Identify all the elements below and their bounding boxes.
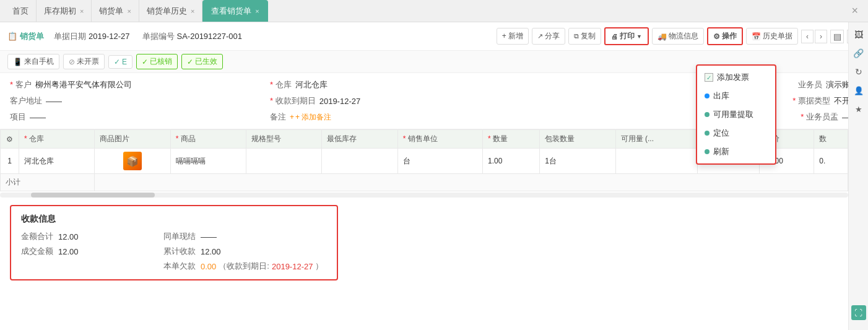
history-button[interactable]: 📅 历史单据	[746, 28, 798, 45]
total-amount-value: 12.00	[58, 232, 79, 241]
layout1-btn[interactable]: ▤	[830, 30, 844, 43]
panel-image-icon[interactable]: 🖼	[851, 27, 866, 42]
col-warehouse: * 仓库	[19, 130, 95, 149]
panel-rotate-icon[interactable]: ↻	[851, 64, 866, 79]
nav-next-btn[interactable]: ›	[815, 30, 827, 43]
tab-close-sales[interactable]: ×	[127, 7, 131, 15]
logistics-button[interactable]: 🚚 物流信息	[652, 28, 704, 45]
arrear-date: 2019-12-27	[272, 262, 313, 271]
operate-icon: ⚙	[713, 32, 720, 41]
row-min-stock	[322, 149, 397, 174]
note-label: 备注	[270, 111, 286, 123]
project-field: 项目 ——	[10, 111, 270, 123]
global-close-btn[interactable]: ×	[846, 4, 863, 17]
col-quantity: * 数量	[483, 130, 540, 149]
header-actions: + 新增 ↗ 分享 ⧉ 复制 🖨 打印 ▼ 🚚 物流信息 ⚙ 操作	[497, 27, 861, 45]
tab-sales-order[interactable]: 销货单 ×	[92, 0, 139, 22]
note-field: 备注 + + 添加备注	[270, 111, 431, 123]
dot-blue-icon	[705, 93, 710, 98]
share-icon: ↗	[537, 32, 543, 40]
dropdown-item-available-qty[interactable]: 可用量提取	[697, 105, 775, 124]
dropdown-item-add-invoice[interactable]: ✓ 添加发票	[697, 68, 775, 87]
tab-close-history[interactable]: ×	[191, 7, 194, 15]
doc-header: 📋 销货单 单据日期 2019-12-27 单据编号 SA-20191227-0…	[0, 22, 868, 51]
tab-home[interactable]: 首页	[5, 0, 37, 22]
row-available	[615, 149, 697, 174]
panel-user-icon[interactable]: 👤	[851, 83, 866, 98]
doc-date-label: 单据日期	[54, 31, 86, 42]
dot-teal-icon1	[705, 112, 710, 117]
info-row-2: 成交金额 12.00 累计收款 12.00	[21, 246, 327, 257]
add-note-btn[interactable]: + + 添加备注	[290, 112, 331, 123]
dropdown-item-refresh[interactable]: 刷新	[697, 142, 775, 161]
info-title: 收款信息	[21, 214, 327, 225]
share-button[interactable]: ↗ 分享	[532, 28, 565, 45]
cumulative-payment-label: 累计收款	[163, 246, 196, 257]
effective-btn[interactable]: ✓ 已生效	[181, 54, 223, 69]
dropdown-menu: ✓ 添加发票 出库 可用量提取 定位 刷新	[696, 64, 776, 165]
not-open-btn[interactable]: ⊘ 未开票	[63, 54, 105, 69]
copy-button[interactable]: ⧉ 复制	[568, 28, 601, 45]
tab-bar: 首页 库存期初 × 销货单 × 销货单历史 × 查看销货单 × ×	[0, 0, 868, 22]
customer-field: * 客户 柳州粤港平安气体有限公司	[10, 79, 270, 90]
project-label: 项目	[10, 111, 26, 123]
circle-icon: ⊘	[69, 58, 75, 66]
operate-button[interactable]: ⚙ 操作	[707, 27, 743, 45]
row-warehouse: 河北仓库	[19, 149, 95, 174]
tab-close-view[interactable]: ×	[255, 7, 259, 15]
plus-icon: +	[290, 113, 294, 121]
tab-close-inventory[interactable]: ×	[80, 7, 84, 15]
address-value: ——	[46, 97, 62, 106]
checkbox-icon: ✓	[705, 73, 713, 82]
dot-teal-icon3	[705, 149, 710, 154]
product-image: 📦	[123, 152, 142, 170]
same-order-item: 同单现结 ——	[163, 231, 217, 242]
sold-btn[interactable]: ✓ 已核销	[136, 54, 178, 69]
scrollbar-thumb[interactable]	[31, 193, 155, 198]
ticket-type-label: * 票据类型	[792, 95, 830, 106]
dropdown-item-ship-out[interactable]: 出库	[697, 87, 775, 105]
panel-star-icon[interactable]: ★	[851, 102, 866, 116]
tab-view-sales[interactable]: 查看销货单 ×	[202, 0, 267, 22]
current-arrear-item: 本单欠款 0.00 （收款到期日: 2019-12-27 ）	[163, 261, 323, 272]
panel-link-icon[interactable]: 🔗	[851, 46, 866, 61]
cumulative-payment-value: 12.00	[201, 247, 221, 256]
subtotal-label: 小计	[1, 174, 95, 191]
col-product-img: 商品图片	[95, 130, 170, 149]
row-product-img: 📦	[95, 149, 170, 174]
doc-number-label: 单据编号	[142, 31, 175, 42]
col-min-stock: 最低库存	[322, 130, 397, 149]
effective-icon: ✓	[187, 58, 193, 66]
salesman2-label: * 业务员盂	[801, 111, 838, 123]
salesman-label: 业务员	[798, 79, 822, 90]
row-sales-unit: 台	[397, 149, 482, 174]
warehouse-value: 河北仓库	[295, 79, 328, 90]
warehouse-label: * 仓库	[270, 79, 292, 90]
from-phone-btn[interactable]: 📱 来自手机	[7, 54, 59, 69]
dot-teal-icon2	[705, 131, 710, 136]
dropdown-item-locate[interactable]: 定位	[697, 124, 775, 142]
col-settings: ⚙	[1, 130, 19, 149]
info-row-3: 本单欠款 0.00 （收款到期日: 2019-12-27 ）	[21, 261, 327, 272]
tab-sales-history[interactable]: 销货单历史 ×	[139, 0, 202, 22]
spacer	[21, 261, 132, 272]
address-field: 客户地址 ——	[10, 95, 270, 106]
payment-date-label: * 收款到期日	[270, 95, 316, 106]
print-dropdown-icon: ▼	[636, 33, 642, 40]
row-pack-qty: 1台	[540, 149, 615, 174]
horizontal-scrollbar[interactable]	[0, 193, 848, 198]
tab-inventory[interactable]: 库存期初 ×	[37, 0, 92, 22]
row-no: 1	[1, 149, 19, 174]
main-content: 📋 销货单 单据日期 2019-12-27 单据编号 SA-20191227-0…	[0, 22, 868, 330]
panel-expand-icon[interactable]: ⛶	[851, 305, 866, 320]
confirm-btn[interactable]: ✓ E	[108, 55, 132, 69]
new-button[interactable]: + 新增	[497, 28, 529, 45]
nav-arrows: ‹ ›	[801, 30, 827, 43]
nav-prev-btn[interactable]: ‹	[801, 30, 814, 43]
doc-number-value: SA-20191227-001	[177, 32, 243, 41]
same-order-label: 同单现结	[163, 231, 196, 242]
doc-type-label: 销货单	[20, 31, 44, 42]
print-button[interactable]: 🖨 打印 ▼	[604, 27, 649, 45]
transaction-amount-item: 成交金额 12.00	[21, 246, 132, 257]
cumulative-payment-item: 累计收款 12.00	[163, 246, 221, 257]
